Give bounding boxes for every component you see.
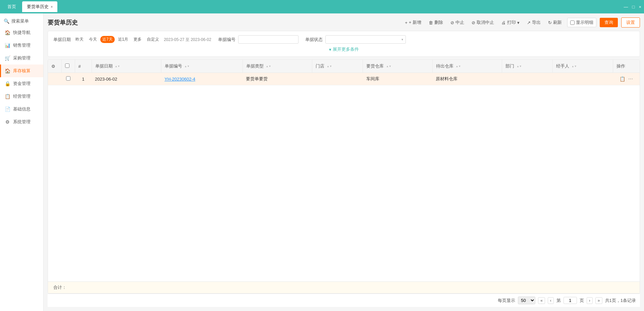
col-doc-type-header[interactable]: 单据类型 ▲▼: [243, 60, 312, 73]
print-button[interactable]: 🖨 打印 ▾: [499, 18, 522, 27]
sidebar-item-inventory-calc[interactable]: 🏠 库存核算: [0, 64, 43, 77]
gear-icon: ⚙: [4, 119, 10, 125]
window-maximize-icon[interactable]: □: [632, 4, 635, 9]
expand-more-button[interactable]: ▾ 展开更多条件: [53, 46, 634, 52]
settings-button[interactable]: 设置: [621, 17, 640, 28]
row-checkbox-cell[interactable]: [61, 73, 75, 85]
next-page-button[interactable]: ›: [587, 297, 593, 304]
sidebar-item-label: 系统管理: [13, 119, 31, 125]
inventory-icon: 🏠: [4, 68, 10, 74]
settings-label: 设置: [626, 19, 635, 26]
sort-store-icon[interactable]: ▲▼: [327, 65, 332, 68]
page-number-input[interactable]: [564, 297, 577, 304]
sidebar-search-label: 搜索菜单: [11, 18, 29, 24]
home-icon: 🏠: [4, 30, 10, 36]
doc-num-link[interactable]: YH-20230602-4: [164, 77, 195, 82]
sidebar-item-sales-mgmt[interactable]: 📊 销售管理: [0, 39, 43, 52]
status-dropdown-icon: ▾: [401, 38, 403, 41]
sort-doc-type-icon[interactable]: ▲▼: [266, 65, 271, 68]
print-label: 打印: [507, 19, 516, 26]
col-checkbox-header[interactable]: [61, 60, 75, 73]
per-page-select[interactable]: 20 50 100: [518, 297, 535, 304]
date-opt-yesterday[interactable]: 昨天: [73, 36, 86, 43]
display-detail-checkbox[interactable]: [570, 20, 575, 25]
window-minimize-icon[interactable]: —: [624, 4, 628, 9]
date-range-display: 2023-05-27 至 2023-06-02: [164, 37, 211, 43]
expand-more-label: 展开更多条件: [333, 46, 359, 52]
date-filter-label: 单据日期: [53, 37, 71, 43]
new-button[interactable]: + + 新增: [403, 18, 423, 27]
date-opt-custom[interactable]: 自定义: [145, 36, 161, 43]
data-table: ⚙ # 单据日期 ▲▼ 单据编号 ▲▼: [48, 60, 640, 85]
row-edit-icon[interactable]: 📋: [620, 76, 625, 82]
col-store-header[interactable]: 门店 ▲▼: [312, 60, 363, 73]
sidebar-item-basic-info[interactable]: 📄 基础信息: [0, 103, 43, 116]
sidebar-item-quick-nav[interactable]: 🏠 快捷导航: [0, 26, 43, 39]
sidebar-item-label: 快捷导航: [13, 30, 31, 36]
sort-doc-date-icon[interactable]: ▲▼: [115, 65, 120, 68]
col-doc-date-header[interactable]: 单据日期 ▲▼: [92, 60, 161, 73]
sidebar-item-purchase-mgmt[interactable]: 🛒 采购管理: [0, 52, 43, 64]
sidebar-item-ops-mgmt[interactable]: 📋 经营管理: [0, 90, 43, 103]
sort-req-warehouse-icon[interactable]: ▲▼: [386, 65, 391, 68]
table-header-row: ⚙ # 单据日期 ▲▼ 单据编号 ▲▼: [48, 60, 640, 73]
toolbar: + + 新增 🗑 删除 ⊘ 中止 ⊘ 取消中止 🖨 打印: [403, 17, 640, 28]
filter-panel: 单据日期 昨天 今天 近7天 近1月 更多 自定义 2023-05-27 至 2…: [48, 31, 640, 57]
doc-icon: 📄: [4, 106, 10, 112]
new-label: + 新增: [409, 19, 421, 26]
delete-button[interactable]: 🗑 删除: [427, 18, 445, 27]
col-handler-header[interactable]: 经手人 ▲▼: [553, 60, 613, 73]
cancel-stop-label: 取消中止: [477, 19, 494, 26]
row-more-icon[interactable]: ⋯: [628, 76, 633, 82]
top-bar-right: — □ ×: [624, 4, 641, 9]
col-req-warehouse-header[interactable]: 要货仓库 ▲▼: [363, 60, 432, 73]
cancel-stop-button[interactable]: ⊘ 取消中止: [470, 18, 496, 27]
first-page-button[interactable]: «: [538, 297, 545, 304]
date-opt-more[interactable]: 更多: [131, 36, 144, 43]
col-doc-num-header[interactable]: 单据编号 ▲▼: [161, 60, 243, 73]
query-button[interactable]: 查询: [600, 18, 618, 27]
stop-button[interactable]: ⊘ 中止: [448, 18, 466, 27]
select-all-checkbox[interactable]: [65, 63, 69, 68]
current-page-label: 第: [556, 298, 561, 304]
sidebar-search[interactable]: 🔍 搜索菜单: [0, 16, 43, 26]
sort-handler-icon[interactable]: ▲▼: [572, 65, 577, 68]
sort-doc-num-icon[interactable]: ▲▼: [184, 65, 190, 68]
col-pending-warehouse-header[interactable]: 待出仓库 ▲▼: [432, 60, 502, 73]
filter-row-1: 单据日期 昨天 今天 近7天 近1月 更多 自定义 2023-05-27 至 2…: [53, 35, 634, 44]
date-opt-today[interactable]: 今天: [87, 36, 99, 43]
display-detail-button[interactable]: 显示明细: [567, 18, 596, 27]
row-department-cell: [502, 73, 553, 85]
export-button[interactable]: ↗ 导出: [525, 18, 543, 27]
pagination-summary: 共1页，1条记录: [605, 298, 636, 304]
date-opt-7days[interactable]: 近7天: [100, 36, 115, 43]
stop-label: 中止: [455, 19, 464, 26]
export-icon: ↗: [527, 20, 531, 25]
col-num-header: #: [75, 60, 92, 73]
col-department-header[interactable]: 部门 ▲▼: [502, 60, 553, 73]
sort-pending-warehouse-icon[interactable]: ▲▼: [455, 65, 461, 68]
tab-requisition-history[interactable]: 要货单历史 ×: [22, 1, 57, 12]
col-settings[interactable]: ⚙: [48, 60, 61, 73]
sidebar-item-sys-mgmt[interactable]: ⚙ 系统管理: [0, 116, 43, 128]
row-checkbox[interactable]: [66, 76, 70, 81]
top-bar: 首页 要货单历史 × — □ ×: [0, 0, 644, 13]
refresh-button[interactable]: ↻ 刷新: [546, 18, 564, 27]
window-close-icon[interactable]: ×: [639, 4, 641, 9]
cart-icon: 🛒: [4, 55, 10, 61]
date-opt-1month[interactable]: 近1月: [116, 36, 130, 43]
doc-status-input[interactable]: [325, 35, 406, 44]
doc-num-input[interactable]: [238, 35, 299, 44]
sidebar-item-label: 资金管理: [13, 81, 31, 87]
tab-close-icon[interactable]: ×: [51, 5, 53, 9]
lock-icon: 🔒: [4, 81, 10, 87]
query-label: 查询: [604, 19, 613, 26]
pagination-bar: 每页显示 20 50 100 « ‹ 第 页 › » 共1页，1条记录: [48, 294, 640, 307]
last-page-button[interactable]: »: [595, 297, 602, 304]
sidebar: 🔍 搜索菜单 🏠 快捷导航 📊 销售管理 🛒 采购管理 🏠 库存核算 🔒 资金管…: [0, 13, 44, 311]
prev-page-button[interactable]: ‹: [548, 297, 554, 304]
row-doc-num-cell[interactable]: YH-20230602-4: [161, 73, 243, 85]
sidebar-item-finance-mgmt[interactable]: 🔒 资金管理: [0, 77, 43, 90]
tab-home[interactable]: 首页: [3, 1, 21, 12]
sort-department-icon[interactable]: ▲▼: [517, 65, 522, 68]
